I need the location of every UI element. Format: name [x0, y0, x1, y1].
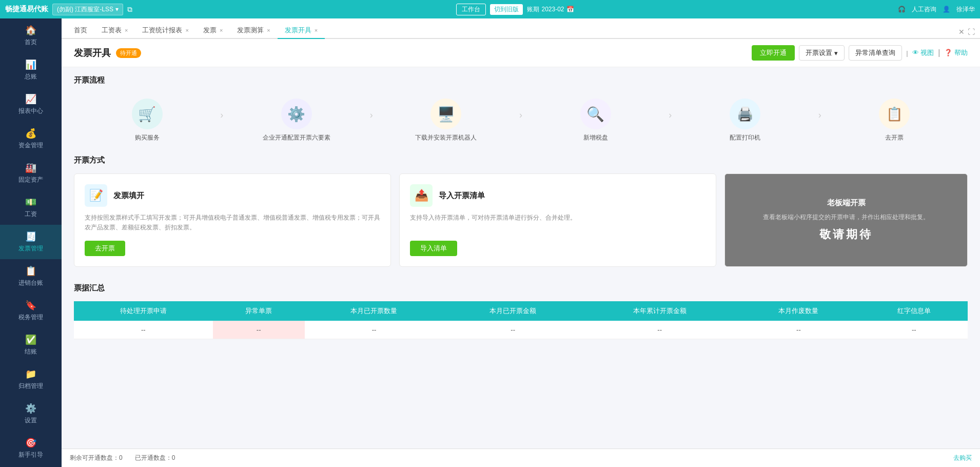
- top-bar-right: 🎧 人工咨询 👤 徐泽华: [898, 5, 975, 14]
- content-area: 首页 工资表 × 工资统计报表 × 发票 × 发票测算 × 发票开具 ×: [62, 18, 980, 467]
- abnormal-query-button[interactable]: 异常清单查询: [849, 45, 902, 61]
- help-button[interactable]: ❓ 帮助: [944, 48, 968, 57]
- tab-salary-close[interactable]: ×: [125, 27, 128, 33]
- user-name[interactable]: 徐泽华: [956, 5, 975, 14]
- salary-icon: 💵: [25, 197, 36, 208]
- sidebar-item-settle[interactable]: ✅ 结账: [0, 328, 62, 362]
- copy-icon[interactable]: ⧉: [127, 5, 132, 14]
- tab-invoice[interactable]: 发票 ×: [196, 23, 230, 39]
- sidebar-item-label: 归档管理: [18, 382, 43, 391]
- open-settings-button[interactable]: 开票设置 ▾: [799, 45, 845, 61]
- ledger-icon: 📊: [25, 59, 36, 70]
- divider2: |: [938, 48, 940, 57]
- archive-icon: 📁: [25, 368, 36, 380]
- sidebar-item-reports[interactable]: 📈 报表中心: [0, 87, 62, 122]
- period-value: 2023-02: [541, 6, 564, 13]
- bottom-bar-right: 去购买: [953, 454, 972, 462]
- step-printer-icon-wrap: 🖨️: [730, 99, 760, 129]
- sidebar-item-purchases[interactable]: 📋 进销台账: [0, 259, 62, 294]
- sidebar-item-archive[interactable]: 📁 归档管理: [0, 362, 62, 397]
- period-label: 账期: [527, 5, 539, 14]
- views-label: 视图: [920, 49, 934, 56]
- eye-icon: 👁: [912, 49, 919, 56]
- company-selector[interactable]: (勿副) 江西服室-LSS ▾: [52, 4, 123, 15]
- tab-close-all-icon[interactable]: ✕: [958, 28, 965, 36]
- tax-icon: 🔖: [25, 300, 36, 311]
- page-title: 发票开具: [74, 47, 111, 59]
- tab-salary-report[interactable]: 工资统计报表 ×: [135, 23, 195, 39]
- step-config-label: 企业开通配置开票六要素: [263, 133, 330, 142]
- period-selector[interactable]: 账期 2023-02 📅: [527, 5, 574, 14]
- guide-icon: 🎯: [25, 437, 36, 449]
- tab-invoice-calc-close[interactable]: ×: [267, 27, 270, 33]
- stats-table: 待处理开票申请 异常单票 本月已开票数量 本月已开票金额 本年累计开票金额 本月…: [74, 301, 968, 339]
- cell-month-amount: --: [443, 321, 582, 339]
- service-label[interactable]: 人工咨询: [912, 5, 936, 14]
- step-taxdisk-icon: 🔍: [586, 106, 604, 123]
- calendar-icon: 📅: [566, 6, 574, 13]
- invoice-icon: 🧾: [25, 231, 36, 242]
- sidebar-item-home[interactable]: 🏠 首页: [0, 18, 62, 53]
- sidebar-item-label: 进销台账: [18, 279, 43, 287]
- step-issue: 📋 去开票: [821, 99, 968, 142]
- goto-invoice-button[interactable]: 去开票: [85, 241, 125, 256]
- sidebar-item-label: 首页: [25, 38, 37, 47]
- tab-salary-label: 工资表: [102, 26, 122, 35]
- method-section: 开票方式 📝 发票填开 支持按照发票样式手工填写开发票；可开具增值税电子普通发票…: [62, 155, 980, 283]
- help-label: 帮助: [954, 49, 968, 56]
- sidebar-item-ledger[interactable]: 📊 总账: [0, 53, 62, 87]
- sidebar-item-label: 发票管理: [18, 244, 43, 253]
- tab-invoice-close[interactable]: ×: [220, 27, 223, 33]
- tab-bar-right: ✕ ⛶: [958, 28, 975, 38]
- tab-invoice-issue-close[interactable]: ×: [315, 27, 318, 33]
- sidebar-item-invoice[interactable]: 🧾 发票管理: [0, 225, 62, 259]
- tab-invoice-calc[interactable]: 发票测算 ×: [230, 23, 277, 39]
- sidebar-item-settings[interactable]: ⚙️ 设置: [0, 397, 62, 431]
- tab-invoice-issue[interactable]: 发票开具 ×: [278, 23, 325, 39]
- method-import-desc: 支持导入待开票清单，可对待开票清单进行拆分、合并处理。: [410, 213, 705, 232]
- method-cards: 📝 发票填开 支持按照发票样式手工填写开发票；可开具增值税电子普通发票、增值税普…: [74, 173, 968, 267]
- tab-home[interactable]: 首页: [67, 23, 94, 39]
- cell-red-info: --: [860, 321, 968, 339]
- sidebar-item-tax[interactable]: 🔖 税务管理: [0, 294, 62, 328]
- step-taxdisk-icon-wrap: 🔍: [580, 99, 611, 129]
- method-card-boss: 老板端开票 查看老板端小程序提交的开票申请，并作出相应处理和批复。 敬请期待: [724, 173, 968, 267]
- settle-icon: ✅: [25, 334, 36, 345]
- import-list-button[interactable]: 导入清单: [410, 241, 457, 256]
- method-import-title: 导入开票清单: [439, 191, 485, 201]
- stats-header-row: 待处理开票申请 异常单票 本月已开票数量 本月已开票金额 本年累计开票金额 本月…: [74, 301, 968, 321]
- process-steps: 🛒 购买服务 › ⚙️ 企业开通配置开票六要素 ›: [74, 93, 968, 147]
- buy-link[interactable]: 去购买: [953, 454, 972, 461]
- boss-coming: 敬请期待: [819, 227, 873, 242]
- fill-icon: 📝: [89, 189, 103, 202]
- top-bar-center: 工作台 切到旧版 账期 2023-02 📅: [456, 4, 574, 15]
- tab-salary-report-close[interactable]: ×: [185, 27, 188, 33]
- sidebar-item-label: 固定资产: [18, 176, 43, 184]
- views-button[interactable]: 👁 视图: [912, 48, 934, 57]
- open-now-button[interactable]: 立即开通: [752, 45, 795, 61]
- top-bar: 畅捷通易代账 (勿副) 江西服室-LSS ▾ ⧉ 工作台 切到旧版 账期 202…: [0, 0, 980, 18]
- workspace-button[interactable]: 工作台: [456, 4, 486, 15]
- stats-section: 票据汇总 待处理开票申请 异常单票 本月已开票数量 本月已开票金额 本年累计开票…: [62, 283, 980, 347]
- step-config-icon-wrap: ⚙️: [281, 99, 312, 129]
- sidebar-item-salary[interactable]: 💵 工资: [0, 190, 62, 225]
- stats-data-row: -- -- -- -- -- -- --: [74, 321, 968, 339]
- page-header: 发票开具 待开通 立即开通 开票设置 ▾ 异常清单查询 | 👁 视图 |: [62, 39, 980, 67]
- step-issue-icon: 📋: [886, 106, 903, 122]
- page-header-right: 立即开通 开票设置 ▾ 异常清单查询 | 👁 视图 | ❓ 帮助: [752, 45, 968, 61]
- process-title: 开票流程: [74, 75, 968, 85]
- import-icon: 📤: [415, 189, 428, 202]
- tab-maximize-icon[interactable]: ⛶: [968, 28, 975, 36]
- method-card-import: 📤 导入开票清单 支持导入待开票清单，可对待开票清单进行拆分、合并处理。 导入清…: [399, 173, 716, 267]
- process-section: 开票流程 🛒 购买服务 › ⚙️ 企业开通: [62, 67, 980, 155]
- assets-icon: 🏭: [25, 162, 36, 173]
- oldver-button[interactable]: 切到旧版: [490, 4, 523, 15]
- tab-salary[interactable]: 工资表 ×: [94, 23, 135, 39]
- sidebar-item-assets[interactable]: 🏭 固定资产: [0, 156, 62, 190]
- sidebar-item-label: 工资: [25, 210, 37, 219]
- settings-icon: ⚙️: [25, 403, 36, 414]
- page-content: 发票开具 待开通 立即开通 开票设置 ▾ 异常清单查询 | 👁 视图 |: [62, 39, 980, 449]
- sidebar-item-guide[interactable]: 🎯 新手引导: [0, 431, 62, 465]
- step-taxdisk-label: 新增税盘: [583, 133, 608, 142]
- sidebar-item-funds[interactable]: 💰 资金管理: [0, 122, 62, 156]
